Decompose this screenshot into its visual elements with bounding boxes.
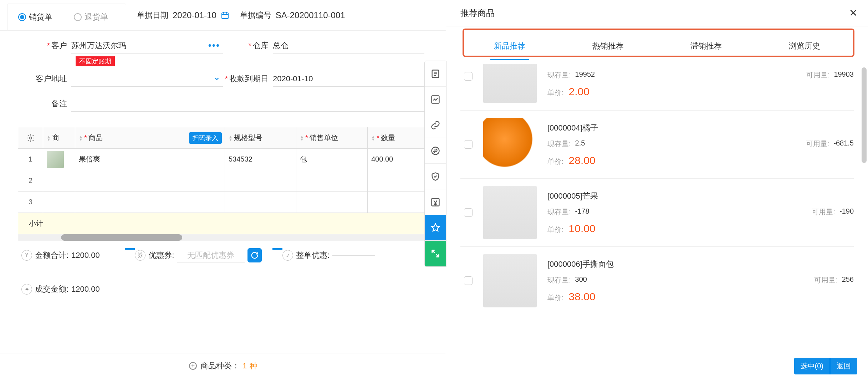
customer-field[interactable]: 苏州万达沃尔玛 ••• bbox=[71, 38, 223, 53]
discount-icon: ✓ bbox=[282, 250, 293, 261]
item-checkbox[interactable] bbox=[464, 72, 473, 81]
tab-new[interactable]: 新品推荐 bbox=[487, 32, 532, 60]
unit-cell[interactable]: 包 bbox=[296, 149, 368, 170]
stock-stat: 现存量:19952 bbox=[547, 70, 595, 80]
coupon-field-group: 券 优惠券: bbox=[135, 248, 262, 262]
doc-no-group: 单据编号 SA-20200110-001 bbox=[240, 10, 345, 21]
side-toolbar bbox=[424, 61, 446, 267]
remark-field[interactable] bbox=[71, 96, 424, 112]
price-row: 单价:38.00 bbox=[547, 291, 854, 303]
shield-tool[interactable] bbox=[425, 164, 446, 189]
product-image-placeholder bbox=[483, 186, 537, 239]
customer-label: *客户 bbox=[21, 40, 71, 51]
col-spec[interactable]: 规格型号 bbox=[225, 127, 296, 148]
doc-date-value[interactable]: 2020-01-10 bbox=[173, 10, 216, 20]
favorite-tool[interactable] bbox=[425, 215, 446, 241]
qty-cell[interactable]: 400.00 bbox=[368, 149, 414, 170]
col-unit[interactable]: *销售单位 bbox=[296, 127, 368, 148]
selected-count-button[interactable]: 选中(0) bbox=[794, 358, 830, 374]
due-date-label: *收款到期日 bbox=[223, 73, 273, 84]
product-image-placeholder bbox=[483, 254, 537, 307]
table-row[interactable]: 2 bbox=[18, 170, 428, 191]
deal-amount: ✦ 成交金额: 1200.00 bbox=[21, 284, 114, 295]
warehouse-field[interactable]: 总仓 bbox=[273, 38, 424, 53]
refresh-coupon-button[interactable] bbox=[247, 248, 262, 262]
line-items-grid: 商 *商品 扫码录入 规格型号 *销售单位 *数量 1 果倍爽 534532 包… bbox=[0, 127, 446, 241]
avail-stat: 可用量:256 bbox=[814, 275, 854, 285]
refresh-icon bbox=[251, 251, 259, 259]
back-button[interactable]: 返回 bbox=[830, 358, 857, 374]
more-dots-icon[interactable]: ••• bbox=[208, 40, 220, 51]
table-row[interactable]: 3 bbox=[18, 191, 428, 213]
price-row: 单价:10.00 bbox=[547, 223, 854, 235]
due-date-field[interactable]: 2020-01-10 bbox=[273, 71, 424, 87]
deal-icon: ✦ bbox=[21, 284, 32, 295]
currency-tool[interactable] bbox=[425, 189, 446, 215]
grid-header-row: 商 *商品 扫码录入 规格型号 *销售单位 *数量 bbox=[18, 127, 428, 149]
kind-label: 商品种类： bbox=[200, 361, 240, 371]
whole-discount: ✓ 整单优惠: bbox=[282, 248, 375, 262]
warehouse-label: *仓库 bbox=[223, 40, 273, 51]
spec-cell[interactable]: 534532 bbox=[225, 149, 296, 170]
doc-date-group: 单据日期 2020-01-10 bbox=[137, 10, 229, 21]
doc-no-value: SA-20200110-001 bbox=[276, 10, 345, 20]
swap-tool[interactable] bbox=[425, 138, 446, 164]
col-thumb[interactable]: 商 bbox=[43, 127, 75, 148]
product-name-cell[interactable]: 果倍爽 bbox=[75, 149, 225, 170]
list-item[interactable]: [0000005]芒果 现存量:-178 可用量:-190 单价:10.00 bbox=[460, 179, 854, 247]
radio-sales-order[interactable]: 销货单 bbox=[11, 8, 56, 26]
address-field[interactable] bbox=[71, 71, 223, 87]
notes-tool[interactable] bbox=[425, 61, 446, 87]
link-tool[interactable] bbox=[425, 112, 446, 138]
coupon-icon: 券 bbox=[135, 250, 145, 261]
product-image-placeholder bbox=[483, 64, 537, 103]
item-checkbox[interactable] bbox=[464, 208, 473, 217]
col-qty[interactable]: *数量 bbox=[368, 127, 414, 148]
gear-column[interactable] bbox=[18, 127, 43, 148]
expand-tool[interactable] bbox=[425, 241, 446, 266]
product-thumb bbox=[43, 149, 75, 170]
recommend-panel: 推荐商品 ✕ 新品推荐 热销推荐 滞销推荐 浏览历史 250mL 现存量:199… bbox=[446, 0, 868, 378]
avail-stat: 可用量:-190 bbox=[812, 207, 854, 217]
item-checkbox[interactable] bbox=[464, 276, 473, 285]
coupon-input[interactable] bbox=[177, 248, 245, 262]
tab-hot[interactable]: 热销推荐 bbox=[585, 32, 631, 60]
gear-icon bbox=[26, 134, 35, 142]
list-item[interactable]: [0000004]橘子 现存量:2.5 可用量:-681.5 单价:28.00 bbox=[460, 111, 854, 179]
kind-value: 1 bbox=[242, 361, 247, 371]
radio-unchecked-icon bbox=[74, 13, 82, 21]
scan-input-button[interactable]: 扫码录入 bbox=[189, 132, 222, 144]
bottom-summary-bar: 商品种类： 1 种 bbox=[0, 353, 446, 378]
address-label: 客户地址 bbox=[21, 73, 71, 84]
price-row: 单价:2.00 bbox=[547, 86, 854, 98]
tab-slow[interactable]: 滞销推荐 bbox=[683, 32, 729, 60]
recommend-tabs-wrap: 新品推荐 热销推荐 滞销推荐 浏览历史 bbox=[446, 26, 868, 64]
form-area: *客户 苏州万达沃尔玛 ••• 不固定账期 *仓库 总仓 bbox=[0, 31, 446, 120]
account-period-tag: 不固定账期 bbox=[76, 56, 115, 66]
horizontal-scrollbar[interactable] bbox=[18, 234, 428, 241]
package-icon bbox=[188, 361, 198, 371]
doc-date-label: 单据日期 bbox=[137, 10, 168, 21]
vertical-scrollbar[interactable] bbox=[862, 64, 867, 238]
radio-return-order[interactable]: 退货单 bbox=[67, 8, 112, 26]
header-bar: 销货单 退货单 单据日期 2020-01-10 单据编号 SA-20200110… bbox=[0, 0, 446, 31]
col-product[interactable]: *商品 扫码录入 bbox=[75, 127, 225, 148]
table-row[interactable]: 1 果倍爽 534532 包 400.00 bbox=[18, 149, 428, 170]
doc-no-label: 单据编号 bbox=[240, 10, 271, 21]
yen-icon: ¥ bbox=[21, 250, 32, 261]
recommend-header: 推荐商品 ✕ bbox=[446, 0, 868, 26]
stock-stat: 现存量:300 bbox=[547, 275, 587, 285]
product-image-orange bbox=[483, 118, 537, 171]
minus-icon bbox=[125, 248, 135, 250]
recommend-list: 250mL 现存量:19952 可用量:19903 单价:2.00 [00000… bbox=[446, 64, 868, 354]
close-icon[interactable]: ✕ bbox=[849, 7, 857, 19]
chart-tool[interactable] bbox=[425, 87, 446, 112]
chevron-down-icon[interactable] bbox=[214, 76, 220, 82]
stock-stat: 现存量:2.5 bbox=[547, 139, 585, 149]
list-item[interactable]: [0000006]手撕面包 现存量:300 可用量:256 单价:38.00 bbox=[460, 247, 854, 315]
list-item[interactable]: 250mL 现存量:19952 可用量:19903 单价:2.00 bbox=[460, 64, 854, 111]
calendar-icon[interactable] bbox=[221, 11, 229, 20]
item-checkbox[interactable] bbox=[464, 140, 473, 149]
svg-point-4 bbox=[432, 147, 439, 154]
tab-history[interactable]: 浏览历史 bbox=[782, 32, 827, 60]
